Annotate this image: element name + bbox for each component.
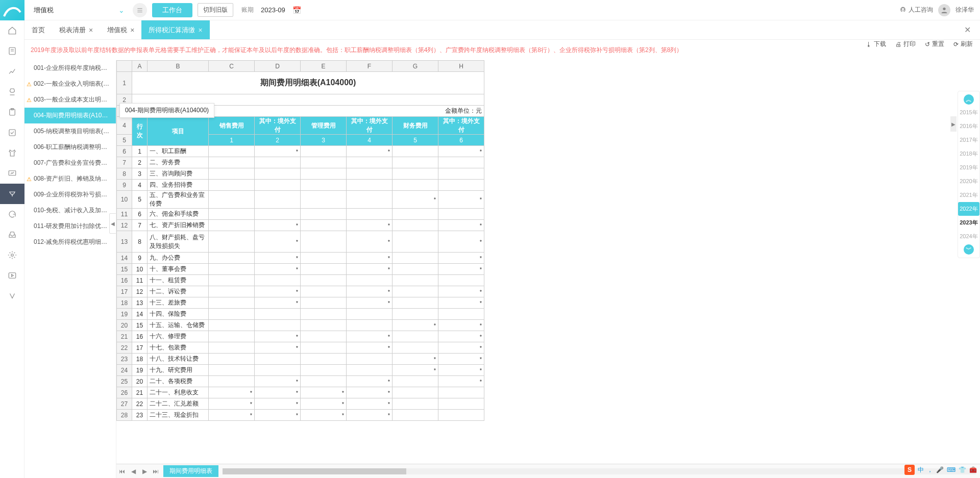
data-cell[interactable] [347, 309, 393, 320]
data-cell[interactable]: * [301, 387, 347, 398]
data-cell[interactable] [301, 168, 347, 180]
nav-check-icon[interactable] [0, 122, 24, 143]
sheet-list-item-2[interactable]: ⚠003-一般企业成本支出明细… [24, 92, 116, 108]
data-cell[interactable]: * [347, 286, 393, 297]
data-cell[interactable] [209, 168, 255, 180]
data-cell[interactable] [438, 398, 484, 410]
data-cell[interactable]: * [255, 146, 301, 157]
year-option[interactable]: 2019年 [958, 161, 979, 174]
module-dropdown[interactable]: 增值税 ⌄ [31, 6, 128, 15]
list-toggle-icon[interactable] [133, 3, 147, 17]
data-cell[interactable]: * [438, 146, 484, 157]
data-cell[interactable] [393, 398, 438, 410]
data-cell[interactable] [347, 157, 393, 168]
nav-money-icon[interactable] [0, 82, 24, 102]
tab-1[interactable]: 税表清册× [52, 20, 100, 39]
data-cell[interactable] [393, 157, 438, 168]
data-cell[interactable] [301, 146, 347, 157]
data-cell[interactable] [347, 209, 393, 220]
data-cell[interactable] [301, 275, 347, 286]
sheet-nav-first-icon[interactable]: ⏮ [116, 466, 128, 477]
data-cell[interactable]: * [347, 146, 393, 157]
nav-chart-icon[interactable] [0, 61, 24, 82]
data-cell[interactable] [255, 320, 301, 331]
data-cell[interactable] [209, 180, 255, 191]
calendar-icon[interactable]: 📅 [292, 6, 301, 14]
workbench-button[interactable]: 工作台 [152, 3, 192, 17]
data-cell[interactable]: * [347, 264, 393, 275]
sheet-list-item-4[interactable]: 005-纳税调整项目明细表(A… [24, 123, 116, 139]
year-scroll-up-icon[interactable]: ︽ [964, 94, 974, 105]
data-cell[interactable] [255, 209, 301, 220]
data-cell[interactable] [393, 264, 438, 275]
data-cell[interactable] [438, 209, 484, 220]
data-cell[interactable]: * [301, 410, 347, 421]
data-cell[interactable] [209, 191, 255, 209]
data-cell[interactable] [393, 231, 438, 253]
data-cell[interactable] [209, 376, 255, 387]
data-cell[interactable] [301, 191, 347, 209]
data-cell[interactable] [209, 146, 255, 157]
data-cell[interactable] [393, 253, 438, 264]
data-cell[interactable]: * [393, 365, 438, 376]
data-cell[interactable]: * [255, 331, 301, 342]
nav-shirt-icon[interactable] [0, 143, 24, 163]
data-cell[interactable] [301, 365, 347, 376]
data-cell[interactable] [209, 253, 255, 264]
data-cell[interactable]: * [255, 376, 301, 387]
data-cell[interactable] [393, 180, 438, 191]
year-option[interactable]: 2018年 [958, 147, 979, 161]
data-cell[interactable] [301, 286, 347, 297]
data-cell[interactable] [393, 342, 438, 354]
data-cell[interactable]: * [347, 231, 393, 253]
ime-skin-icon[interactable]: 👕 [959, 466, 966, 473]
expand-right-handle[interactable]: ▶ [950, 116, 957, 132]
sheet-list-item-0[interactable]: 001-企业所得税年度纳税申… [24, 60, 116, 76]
data-cell[interactable] [255, 365, 301, 376]
horizontal-scrollbar[interactable] [223, 468, 976, 474]
data-cell[interactable] [209, 209, 255, 220]
data-cell[interactable] [301, 331, 347, 342]
nav-settings-icon[interactable] [0, 245, 24, 265]
data-cell[interactable]: * [393, 191, 438, 209]
sheet-nav-prev-icon[interactable]: ◀ [128, 466, 139, 477]
data-cell[interactable]: * [347, 297, 393, 309]
data-cell[interactable]: * [438, 264, 484, 275]
data-cell[interactable] [438, 180, 484, 191]
data-cell[interactable] [393, 387, 438, 398]
data-cell[interactable]: * [255, 342, 301, 354]
year-option[interactable]: 2020年 [958, 174, 979, 188]
nav-docs-icon[interactable] [0, 41, 24, 61]
nav-play-icon[interactable] [0, 265, 24, 286]
data-cell[interactable]: * [255, 297, 301, 309]
year-option[interactable]: 2024年 [958, 230, 979, 243]
data-cell[interactable]: * [255, 410, 301, 421]
data-cell[interactable]: * [438, 297, 484, 309]
data-cell[interactable]: * [255, 398, 301, 410]
data-cell[interactable]: * [255, 220, 301, 231]
data-cell[interactable] [393, 410, 438, 421]
data-cell[interactable] [209, 275, 255, 286]
data-cell[interactable] [347, 320, 393, 331]
data-cell[interactable] [393, 297, 438, 309]
data-cell[interactable]: * [438, 231, 484, 253]
download-button[interactable]: ⭳下载 [866, 40, 886, 48]
data-cell[interactable]: * [347, 387, 393, 398]
data-cell[interactable] [438, 275, 484, 286]
nav-refresh-icon[interactable] [0, 204, 24, 224]
data-cell[interactable]: * [255, 231, 301, 253]
data-cell[interactable] [393, 331, 438, 342]
data-cell[interactable]: * [347, 331, 393, 342]
data-cell[interactable] [347, 275, 393, 286]
data-cell[interactable] [393, 220, 438, 231]
scrollbar-thumb[interactable] [223, 468, 406, 474]
data-cell[interactable]: * [438, 191, 484, 209]
data-cell[interactable] [347, 168, 393, 180]
data-cell[interactable] [301, 231, 347, 253]
data-cell[interactable] [301, 309, 347, 320]
data-cell[interactable] [301, 342, 347, 354]
data-cell[interactable]: * [347, 220, 393, 231]
data-cell[interactable] [438, 387, 484, 398]
data-cell[interactable] [209, 231, 255, 253]
data-cell[interactable]: * [438, 342, 484, 354]
